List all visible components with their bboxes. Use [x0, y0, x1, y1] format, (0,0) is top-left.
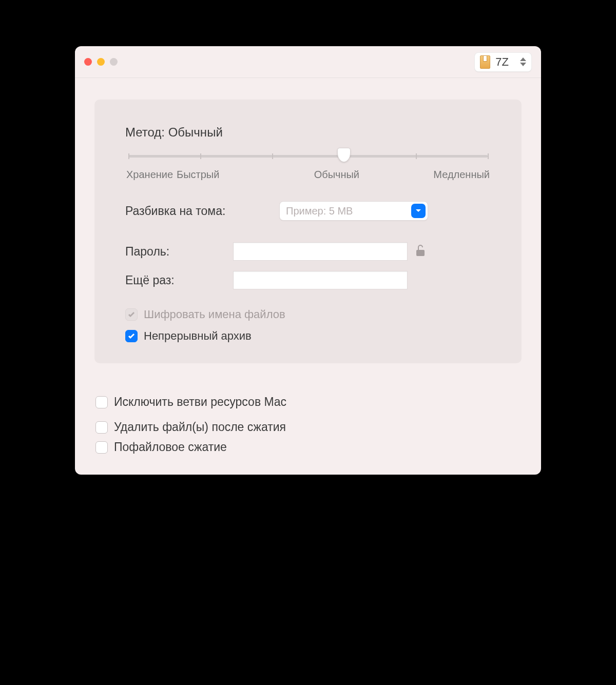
solid-archive-checkbox[interactable]: [125, 330, 138, 342]
password-input[interactable]: [233, 242, 408, 261]
volumes-combobox[interactable]: Пример: 5 MB: [279, 201, 428, 221]
encrypt-filenames-label: Шифровать имена файлов: [144, 308, 285, 321]
close-window-button[interactable]: [84, 58, 92, 66]
delete-after-label: Удалить файл(ы) после сжатия: [114, 420, 286, 434]
compression-slider[interactable]: Хранение Быстрый Обычный Медленный: [125, 155, 491, 181]
outer-options: Исключить ветви ресурсов Mac Удалить фай…: [75, 378, 541, 475]
slider-track: [128, 155, 488, 158]
solid-archive-label: Непрерывный архив: [144, 329, 252, 343]
slider-label-slow: Медленный: [433, 169, 490, 181]
encrypt-filenames-checkbox: [125, 308, 138, 321]
password-label: Пароль:: [125, 245, 233, 259]
volumes-label: Разбивка на тома:: [125, 204, 233, 218]
delete-after-row: Удалить файл(ы) после сжатия: [95, 420, 521, 434]
archive-icon: [480, 55, 490, 69]
delete-after-checkbox[interactable]: [95, 421, 108, 434]
slider-labels: Хранение Быстрый Обычный Медленный: [125, 169, 491, 181]
lock-icon: [415, 244, 426, 259]
exclude-mac-row: Исключить ветви ресурсов Mac: [95, 395, 521, 409]
stepper-icon: [520, 57, 526, 66]
method-label: Метод: Обычный: [125, 125, 491, 140]
perfile-checkbox[interactable]: [95, 441, 108, 454]
perfile-label: Пофайловое сжатие: [114, 440, 227, 454]
perfile-row: Пофайловое сжатие: [95, 440, 521, 454]
window-controls: [84, 58, 118, 66]
zoom-window-button[interactable]: [110, 58, 118, 66]
repeat-password-input[interactable]: [233, 271, 408, 289]
password-row: Пароль:: [125, 242, 491, 261]
settings-panel: Метод: Обычный Хранение Быстрый Обычный …: [94, 100, 522, 363]
chevron-down-icon[interactable]: [411, 204, 426, 218]
solid-archive-row: Непрерывный архив: [125, 329, 491, 343]
archive-settings-window: 7Z Метод: Обычный Хранение Б: [75, 46, 541, 475]
minimize-window-button[interactable]: [97, 58, 105, 66]
slider-label-normal: Обычный: [240, 169, 433, 181]
format-label: 7Z: [495, 55, 509, 69]
slider-thumb[interactable]: [337, 148, 351, 162]
volumes-placeholder: Пример: 5 MB: [286, 205, 411, 217]
repeat-password-row: Ещё раз:: [125, 271, 491, 289]
exclude-mac-label: Исключить ветви ресурсов Mac: [114, 395, 286, 409]
repeat-password-label: Ещё раз:: [125, 273, 233, 287]
encrypt-filenames-row: Шифровать имена файлов: [125, 308, 491, 321]
exclude-mac-checkbox[interactable]: [95, 396, 108, 408]
slider-label-fast: Быстрый: [177, 169, 219, 181]
slider-label-store: Хранение: [126, 169, 183, 181]
format-dropdown[interactable]: 7Z: [474, 52, 532, 72]
svg-rect-0: [416, 250, 425, 256]
volumes-row: Разбивка на тома: Пример: 5 MB: [125, 201, 491, 221]
titlebar: 7Z: [75, 46, 541, 78]
